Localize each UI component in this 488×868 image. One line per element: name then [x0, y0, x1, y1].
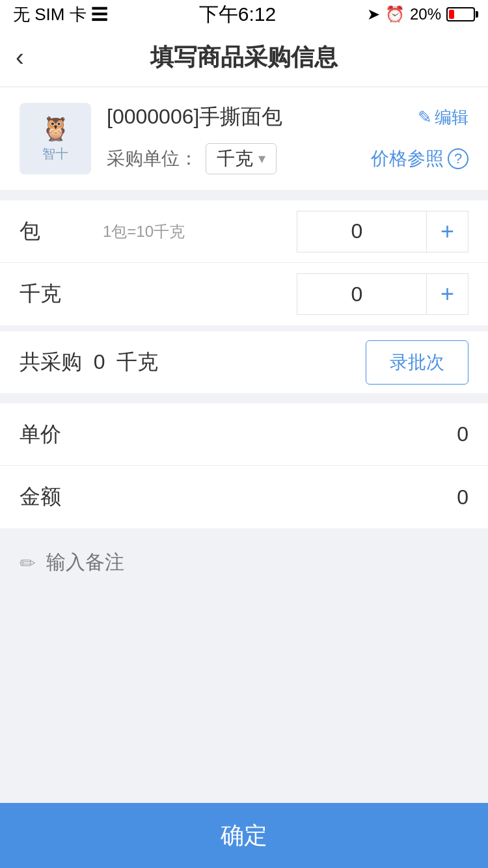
summary-text: 共采购 0 千克 — [20, 348, 158, 377]
help-icon: ? — [448, 148, 468, 169]
confirm-button[interactable]: 确定 — [0, 803, 488, 868]
quantity-input-group-bao: + — [297, 211, 468, 252]
price-section: 单价 0 金额 0 — [0, 403, 488, 528]
back-button[interactable]: ‹ — [16, 44, 24, 72]
battery-percentage: 20% — [410, 5, 441, 23]
pencil-icon: ✏ — [20, 552, 36, 575]
amount-label: 金额 — [20, 483, 61, 511]
quantity-row-kg: 千克 + — [0, 263, 488, 325]
status-left: 无 SIM 卡 ☰ — [13, 3, 108, 26]
unit-price-row: 单价 0 — [0, 403, 488, 466]
unit-select[interactable]: 千克 ▾ — [206, 143, 277, 174]
summary-row: 共采购 0 千克 录批次 — [0, 331, 488, 393]
summary-unit: 千克 — [116, 350, 158, 373]
product-name: [0000006]手撕面包 — [107, 103, 282, 131]
product-logo-icon: 🦉 — [41, 115, 70, 142]
remark-input[interactable] — [46, 549, 468, 617]
content-spacer — [0, 633, 488, 763]
edit-icon: ✎ — [418, 107, 432, 128]
summary-amount: 0 — [94, 350, 105, 373]
unit-value: 千克 — [217, 146, 253, 171]
quantity-label-bao: 包 — [20, 217, 98, 246]
quantity-input-bao[interactable] — [297, 211, 427, 252]
divider-1 — [0, 195, 488, 200]
price-ref-label: 价格参照 — [371, 146, 444, 171]
price-reference-button[interactable]: 价格参照 ? — [371, 146, 468, 171]
quantity-input-kg[interactable] — [297, 273, 427, 315]
product-thumbnail: 🦉 智十 — [20, 103, 91, 174]
sim-status: 无 SIM 卡 ☰ — [13, 3, 108, 26]
status-right: ➤ ⏰ 20% — [367, 5, 475, 23]
location-icon: ➤ — [367, 5, 380, 23]
page-title: 填写商品采购信息 — [150, 42, 338, 74]
plus-button-bao[interactable]: + — [427, 211, 468, 252]
amount-value: 0 — [457, 485, 468, 509]
unit-price-value: 0 — [457, 422, 468, 446]
divider-2 — [0, 398, 488, 403]
plus-button-kg[interactable]: + — [427, 273, 468, 315]
quantity-label-kg: 千克 — [20, 280, 98, 308]
summary-label: 共采购 — [20, 350, 82, 373]
product-logo-text: 智十 — [42, 145, 68, 163]
chevron-down-icon: ▾ — [258, 150, 265, 167]
status-time: 下午6:12 — [199, 1, 276, 28]
quantity-input-group-kg: + — [297, 273, 468, 315]
nav-bar: ‹ 填写商品采购信息 — [0, 29, 488, 87]
unit-price-label: 单价 — [20, 420, 61, 449]
quantity-section: 包 1包=10千克 + 千克 + — [0, 200, 488, 325]
alarm-icon: ⏰ — [385, 5, 405, 23]
quantity-row-bao: 包 1包=10千克 + — [0, 200, 488, 263]
status-bar: 无 SIM 卡 ☰ 下午6:12 ➤ ⏰ 20% — [0, 0, 488, 29]
edit-button[interactable]: ✎ 编辑 — [418, 106, 468, 129]
product-info: [0000006]手撕面包 ✎ 编辑 采购单位： 千克 ▾ — [107, 103, 468, 174]
quantity-sublabel-bao: 1包=10千克 — [103, 221, 297, 242]
battery-icon — [446, 7, 475, 21]
remark-area: ✏ — [0, 534, 488, 633]
purchase-unit-label: 采购单位： — [107, 146, 198, 171]
batch-record-button[interactable]: 录批次 — [366, 340, 468, 385]
amount-row: 金额 0 — [0, 466, 488, 528]
product-card: 🦉 智十 [0000006]手撕面包 ✎ 编辑 采购单位： 千克 — [0, 87, 488, 195]
